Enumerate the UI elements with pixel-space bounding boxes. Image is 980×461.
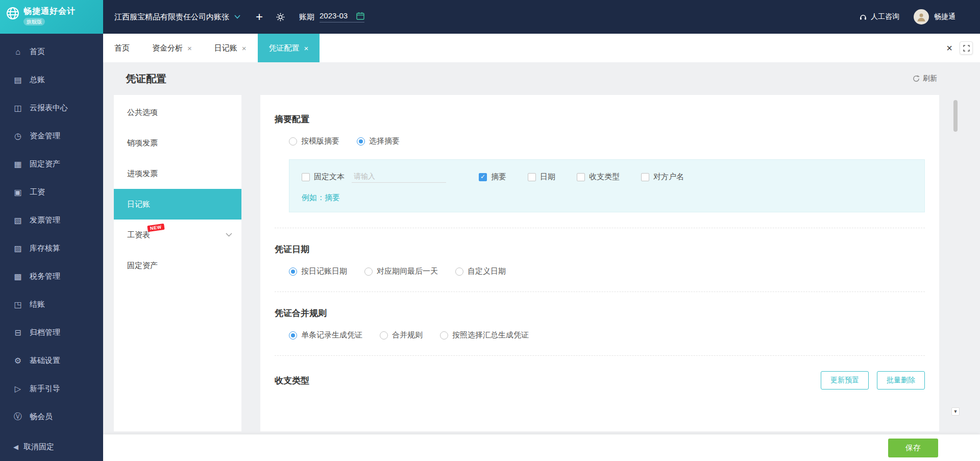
radio-icon bbox=[364, 268, 373, 276]
invoice-icon: ▧ bbox=[13, 215, 22, 225]
sidebar-item-label: 首页 bbox=[30, 47, 45, 57]
sidebar-item-label: 结账 bbox=[30, 300, 45, 309]
tab-funds-analysis[interactable]: 资金分析 × bbox=[141, 34, 203, 62]
update-preset-button[interactable]: 更新预置 bbox=[821, 371, 869, 390]
funds-icon: ◷ bbox=[13, 131, 22, 141]
edition-badge: 旗舰版 bbox=[23, 18, 45, 26]
divider bbox=[275, 355, 925, 356]
tax-icon: ▩ bbox=[13, 272, 22, 281]
app-logo: 畅捷通好会计 旗舰版 bbox=[0, 0, 103, 34]
fixed-text-input[interactable] bbox=[352, 171, 446, 183]
sidebar-item-inventory[interactable]: ▨库存核算 bbox=[0, 234, 103, 262]
radio-label: 选择摘要 bbox=[369, 136, 400, 146]
refresh-icon bbox=[913, 75, 920, 82]
radio-label: 单条记录生成凭证 bbox=[301, 330, 362, 340]
sidebar-item-invoice[interactable]: ▧发票管理 bbox=[0, 206, 103, 234]
subnav-item-purchase-invoice[interactable]: 进项发票 bbox=[114, 158, 241, 189]
subnav-label: 进项发票 bbox=[127, 169, 158, 179]
merge-rule-radio-row: 单条记录生成凭证 合并规则 按照选择汇总生成凭证 bbox=[275, 330, 925, 340]
period-picker[interactable] bbox=[320, 11, 364, 22]
sidebar-item-home[interactable]: ⌂首页 bbox=[0, 38, 103, 66]
tab-journal[interactable]: 日记账 × bbox=[203, 34, 258, 62]
calendar-icon bbox=[356, 12, 364, 20]
sidebar-item-salary[interactable]: ▣工资 bbox=[0, 178, 103, 206]
sidebar-item-member[interactable]: Ⓥ畅会员 bbox=[0, 403, 103, 431]
income-type-row: 收支类型 更新预置 批量删除 bbox=[275, 371, 925, 390]
radio-custom-date[interactable]: 自定义日期 bbox=[455, 266, 506, 276]
summary-example: 例如：摘要 bbox=[302, 193, 912, 203]
sidebar-item-cloud-reports[interactable]: ◫云报表中心 bbox=[0, 94, 103, 122]
company-selector[interactable]: 江西服宝精品有限责任公司内账张 bbox=[114, 12, 229, 22]
close-icon[interactable]: × bbox=[242, 44, 247, 52]
radio-label: 按照选择汇总生成凭证 bbox=[452, 330, 529, 340]
page-title: 凭证配置 bbox=[126, 72, 166, 86]
sidebar-item-label: 工资 bbox=[30, 187, 45, 197]
checkbox-date[interactable]: 日期 bbox=[528, 172, 555, 182]
avatar[interactable] bbox=[914, 9, 929, 25]
chevron-down-icon[interactable] bbox=[226, 233, 232, 237]
vertical-scrollbar-thumb[interactable] bbox=[953, 100, 958, 132]
subnav-item-journal[interactable]: 日记账 bbox=[114, 189, 241, 220]
brand-name: 畅捷通好会计 bbox=[23, 6, 76, 16]
sidebar-item-guide[interactable]: ▷新手引导 bbox=[0, 375, 103, 403]
sidebar-item-label: 发票管理 bbox=[30, 215, 60, 225]
subnav-item-public-options[interactable]: 公共选项 bbox=[114, 97, 241, 128]
radio-summary-merge[interactable]: 按照选择汇总生成凭证 bbox=[440, 330, 529, 340]
sidebar-item-label: 归档管理 bbox=[30, 328, 60, 337]
checkbox-label: 收支类型 bbox=[589, 172, 620, 182]
member-icon: Ⓥ bbox=[13, 411, 22, 422]
refresh-button[interactable]: 刷新 bbox=[913, 74, 937, 83]
tab-label: 日记账 bbox=[214, 43, 237, 53]
subnav-item-sales-invoice[interactable]: 销项发票 bbox=[114, 128, 241, 158]
close-all-tabs-icon[interactable]: × bbox=[946, 43, 952, 53]
subnav-label: 公共选项 bbox=[127, 108, 158, 117]
headset-icon bbox=[859, 13, 867, 21]
radio-journal-date[interactable]: 按日记账日期 bbox=[289, 266, 347, 276]
subnav-item-salary-sheet[interactable]: 工资表 NEW bbox=[114, 220, 241, 250]
radio-label: 按日记账日期 bbox=[301, 266, 347, 276]
radio-period-last-day[interactable]: 对应期间最后一天 bbox=[364, 266, 438, 276]
tab-home[interactable]: 首页 bbox=[103, 34, 141, 62]
fullscreen-icon[interactable] bbox=[960, 41, 973, 55]
sidebar-item-closing[interactable]: ◳结账 bbox=[0, 290, 103, 319]
sidebar-item-tax[interactable]: ▩税务管理 bbox=[0, 262, 103, 290]
add-account-button[interactable]: + bbox=[256, 11, 263, 23]
sidebar-item-settings[interactable]: ⚙基础设置 bbox=[0, 347, 103, 375]
checkbox-icon bbox=[479, 173, 487, 181]
sidebar-item-general-ledger[interactable]: ▤总账 bbox=[0, 66, 103, 94]
checkbox-summary[interactable]: 摘要 bbox=[479, 172, 506, 182]
gear-icon[interactable] bbox=[276, 13, 285, 21]
close-icon[interactable]: × bbox=[187, 44, 192, 52]
sidebar-item-label: 资金管理 bbox=[30, 131, 60, 141]
tab-voucher-config[interactable]: 凭证配置 × bbox=[258, 34, 320, 62]
sidebar-item-funds[interactable]: ◷资金管理 bbox=[0, 122, 103, 150]
radio-merge-rule[interactable]: 合并规则 bbox=[380, 330, 423, 340]
closing-icon: ◳ bbox=[13, 300, 22, 309]
save-button[interactable]: 保存 bbox=[888, 439, 938, 457]
chevron-down-icon[interactable] bbox=[234, 15, 240, 19]
batch-delete-button[interactable]: 批量删除 bbox=[877, 371, 925, 390]
scroll-down-button[interactable]: ▼ bbox=[951, 407, 960, 416]
tab-bar: 首页 资金分析 × 日记账 × 凭证配置 × × bbox=[103, 34, 980, 62]
brand-globe-icon bbox=[6, 7, 19, 20]
sidebar-item-fixed-assets[interactable]: ▦固定资产 bbox=[0, 150, 103, 178]
unpin-sidebar-button[interactable]: ◀ 取消固定 bbox=[0, 432, 103, 461]
app-window: 畅捷通好会计 旗舰版 ⌂首页 ▤总账 ◫云报表中心 ◷资金管理 ▦固定资产 ▣工… bbox=[0, 0, 980, 461]
sidebar-item-archive[interactable]: ⊟归档管理 bbox=[0, 319, 103, 347]
radio-label: 对应期间最后一天 bbox=[377, 266, 438, 276]
checkbox-income-type[interactable]: 收支类型 bbox=[577, 172, 620, 182]
guide-icon: ▷ bbox=[13, 384, 22, 394]
support-button[interactable]: 人工咨询 bbox=[859, 12, 899, 21]
period-input[interactable] bbox=[320, 11, 352, 20]
radio-label: 自定义日期 bbox=[468, 266, 506, 276]
radio-select-summary[interactable]: 选择摘要 bbox=[357, 136, 400, 146]
close-icon[interactable]: × bbox=[304, 44, 309, 52]
subnav-item-fixed-assets[interactable]: 固定资产 bbox=[114, 250, 241, 281]
new-badge: NEW bbox=[147, 224, 164, 232]
checkbox-fixed-text[interactable]: 固定文本 bbox=[302, 172, 345, 182]
user-name[interactable]: 畅捷通 bbox=[934, 12, 955, 21]
radio-single-record[interactable]: 单条记录生成凭证 bbox=[289, 330, 362, 340]
radio-template-summary[interactable]: 按模版摘要 bbox=[289, 136, 339, 146]
person-icon bbox=[916, 12, 926, 22]
checkbox-counterparty[interactable]: 对方户名 bbox=[641, 172, 684, 182]
